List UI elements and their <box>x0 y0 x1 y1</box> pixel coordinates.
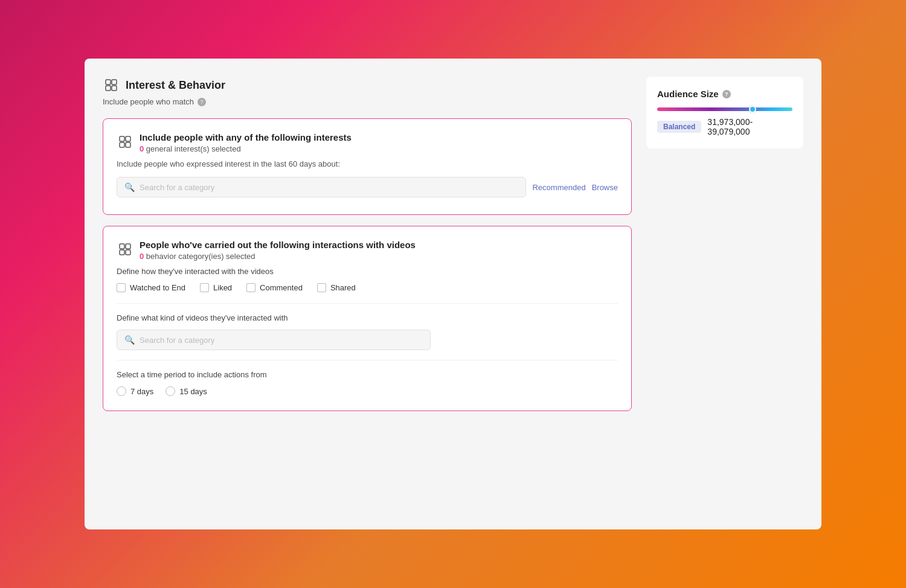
svg-rect-10 <box>120 250 124 255</box>
audience-help-icon[interactable]: ? <box>722 90 731 98</box>
subtitle-text: Include people who match <box>103 97 194 106</box>
checkbox-shared-box[interactable] <box>317 283 326 292</box>
checkbox-liked-label: Liked <box>213 283 232 292</box>
card1-description: Include people who expressed interest in… <box>117 159 618 168</box>
svg-rect-0 <box>106 80 111 85</box>
svg-rect-3 <box>112 86 117 91</box>
card2-search-wrapper: 🔍 Search for a category <box>117 330 431 350</box>
card1-badge: 0 general interest(s) selected <box>140 144 352 153</box>
audience-balance-row: Balanced 31,973,000-39,079,000 <box>657 117 792 136</box>
card2-badge-count: 0 <box>140 252 144 261</box>
checkbox-watched-box[interactable] <box>117 283 126 292</box>
radio-7days[interactable]: 7 days <box>117 386 153 396</box>
card2-badge: 0 behavior category(ies) selected <box>140 252 416 261</box>
divider-2 <box>117 360 618 360</box>
svg-rect-4 <box>120 136 124 141</box>
video-kind-label: Define what kind of videos they've inter… <box>117 313 618 322</box>
interactions-icon <box>117 241 133 258</box>
interests-icon <box>117 133 133 150</box>
card1-search-row: 🔍 Search for a category Recommended Brow… <box>117 177 618 197</box>
svg-rect-11 <box>126 250 130 255</box>
card2-title-group: People who've carried out the following … <box>140 240 416 261</box>
checkbox-watched[interactable]: Watched to End <box>117 283 185 292</box>
card1-title-group: Include people with any of the following… <box>140 132 352 153</box>
svg-rect-1 <box>112 80 117 85</box>
interactions-card: People who've carried out the following … <box>103 226 632 411</box>
time-period-label: Select a time period to include actions … <box>117 370 618 379</box>
svg-rect-9 <box>126 244 130 249</box>
radio-7days-label: 7 days <box>130 387 153 396</box>
card2-search-placeholder: Search for a category <box>140 336 423 345</box>
interests-card: Include people with any of the following… <box>103 118 632 215</box>
help-icon[interactable]: ? <box>198 98 206 106</box>
svg-rect-2 <box>106 86 111 91</box>
card2-title: People who've carried out the following … <box>140 240 416 250</box>
left-panel: Interest & Behavior Include people who m… <box>103 77 632 511</box>
subtitle-row: Include people who match ? <box>103 97 632 106</box>
divider-1 <box>117 303 618 304</box>
checkbox-commented-box[interactable] <box>246 283 255 292</box>
card2-badge-text: behavior category(ies) selected <box>146 252 255 261</box>
recommended-button[interactable]: Recommended <box>532 183 585 192</box>
checkbox-liked[interactable]: Liked <box>200 283 232 292</box>
checkbox-row: Watched to End Liked Commented Shared <box>117 283 618 292</box>
audience-range: 31,973,000-39,079,000 <box>707 117 792 136</box>
checkbox-commented-label: Commented <box>260 283 303 292</box>
main-container: Interest & Behavior Include people who m… <box>85 59 821 529</box>
gauge-bar <box>657 107 792 111</box>
svg-rect-8 <box>120 244 124 249</box>
page-title: Interest & Behavior <box>126 79 225 92</box>
page-header: Interest & Behavior <box>103 77 632 94</box>
svg-rect-5 <box>126 136 130 141</box>
card1-badge-count: 0 <box>140 144 144 153</box>
card1-search-wrapper: 🔍 Search for a category <box>117 177 526 197</box>
checkbox-shared-label: Shared <box>330 283 356 292</box>
card2-search-row: 🔍 Search for a category <box>117 330 618 350</box>
card1-title: Include people with any of the following… <box>140 132 352 142</box>
radio-15days-label: 15 days <box>179 387 207 396</box>
audience-title-text: Audience Size <box>657 89 719 99</box>
radio-15days[interactable]: 15 days <box>165 386 207 396</box>
right-panel: Audience Size ? Balanced 31,973,000-39,0… <box>646 77 803 149</box>
browse-button[interactable]: Browse <box>592 183 618 192</box>
interest-behavior-icon <box>103 77 120 94</box>
gauge-indicator <box>749 106 756 113</box>
svg-rect-6 <box>120 142 124 147</box>
svg-rect-7 <box>126 142 130 147</box>
interaction-label: Define how they've interacted with the v… <box>117 267 618 276</box>
card1-badge-text: general interest(s) selected <box>146 144 241 153</box>
card2-header: People who've carried out the following … <box>117 240 618 261</box>
checkbox-liked-box[interactable] <box>200 283 209 292</box>
card1-header: Include people with any of the following… <box>117 132 618 153</box>
checkbox-commented[interactable]: Commented <box>246 283 303 292</box>
audience-title: Audience Size ? <box>657 89 792 99</box>
balance-tag: Balanced <box>657 121 701 133</box>
checkbox-watched-label: Watched to End <box>130 283 185 292</box>
checkbox-shared[interactable]: Shared <box>317 283 356 292</box>
radio-row: 7 days 15 days <box>117 386 618 396</box>
radio-7days-circle[interactable] <box>117 386 126 396</box>
radio-15days-circle[interactable] <box>165 386 175 396</box>
card1-search-placeholder: Search for a category <box>140 183 518 192</box>
